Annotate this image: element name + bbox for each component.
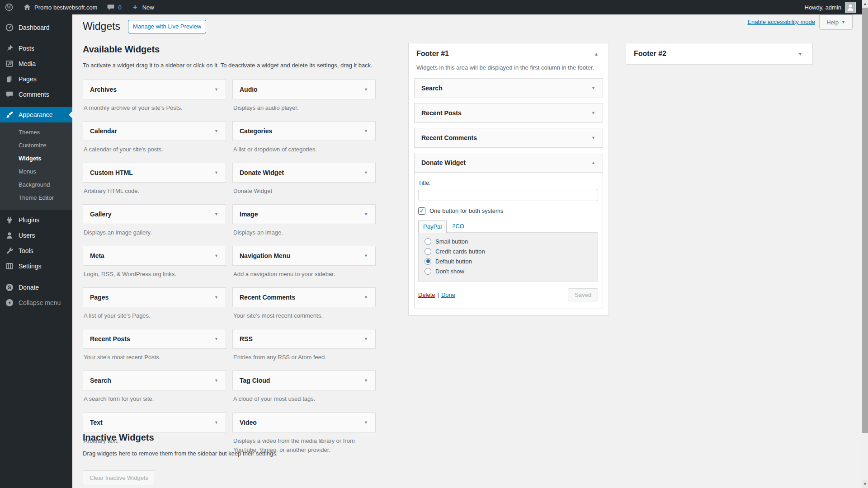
radio-unselected-icon[interactable] xyxy=(425,268,431,275)
donate-title-input[interactable] xyxy=(418,189,598,201)
tab-2co[interactable]: 2CO xyxy=(447,221,469,232)
avatar[interactable] xyxy=(845,2,856,13)
delete-link[interactable]: Delete xyxy=(418,291,435,298)
widget-card-custom-html[interactable]: Custom HTML ▼ xyxy=(83,163,226,183)
radio-unselected-icon[interactable] xyxy=(425,248,431,255)
widget-title: Categories xyxy=(233,127,272,135)
chevron-down-icon[interactable]: ▼ xyxy=(591,111,603,115)
manage-live-preview-button[interactable]: Manage with Live Preview xyxy=(128,20,206,33)
widget-card-gallery[interactable]: Gallery ▼ xyxy=(83,204,226,224)
sidebar-item-users[interactable]: Users xyxy=(0,228,72,243)
chevron-down-icon[interactable]: ▼ xyxy=(214,420,226,425)
chevron-down-icon[interactable]: ▼ xyxy=(364,87,375,92)
available-widget: Donate Widget ▼ Donate Widget xyxy=(232,163,376,199)
option-credit-cards-button[interactable]: Credit cards button xyxy=(425,248,598,255)
footer-2-header[interactable]: Footer #2 ▼ xyxy=(626,43,812,64)
submenu-item-widgets[interactable]: Widgets xyxy=(0,152,72,165)
widget-card-tag-cloud[interactable]: Tag Cloud ▼ xyxy=(232,371,376,390)
chevron-down-icon[interactable]: ▼ xyxy=(591,86,603,90)
chevron-down-icon[interactable]: ▼ xyxy=(364,295,375,300)
chevron-down-icon[interactable]: ▼ xyxy=(214,129,226,133)
chevron-up-icon[interactable]: ▲ xyxy=(594,52,599,56)
submenu-item-customize[interactable]: Customize xyxy=(0,139,72,152)
submenu-item-menus[interactable]: Menus xyxy=(0,165,72,178)
sidebar-item-pages[interactable]: Pages xyxy=(0,71,72,87)
widget-card-categories[interactable]: Categories ▼ xyxy=(232,121,376,141)
scrollbar-up-icon[interactable]: ▲ xyxy=(862,0,868,8)
chevron-down-icon[interactable]: ▼ xyxy=(364,337,375,341)
scrollbar-thumb[interactable] xyxy=(862,8,868,433)
chevron-up-icon[interactable]: ▲ xyxy=(591,160,603,165)
sidebar-item-appearance[interactable]: Appearance xyxy=(0,107,72,122)
submenu-item-background[interactable]: Background xyxy=(0,178,72,191)
chevron-down-icon[interactable]: ▼ xyxy=(214,253,226,258)
chevron-down-icon[interactable]: ▼ xyxy=(214,212,226,216)
chevron-down-icon[interactable]: ▼ xyxy=(591,136,603,140)
chevron-down-icon[interactable]: ▼ xyxy=(364,129,375,133)
sidebar-item-comments[interactable]: Comments xyxy=(0,87,72,102)
chevron-down-icon[interactable]: ▼ xyxy=(214,87,226,92)
checkbox-checked-icon[interactable]: ✓ xyxy=(418,207,425,215)
scrollbar-down-icon[interactable]: ▼ xyxy=(862,480,868,488)
chevron-down-icon[interactable]: ▼ xyxy=(364,420,375,425)
site-name-menu[interactable]: Promo bestwebsoft.com xyxy=(18,0,102,14)
footer-widget-recent-comments[interactable]: Recent Comments ▼ xyxy=(414,128,603,148)
widget-card-image[interactable]: Image ▼ xyxy=(232,204,376,224)
sidebar-item-settings[interactable]: Settings xyxy=(0,258,72,274)
new-menu[interactable]: + New xyxy=(126,0,159,14)
widget-card-donate-widget[interactable]: Donate Widget ▼ xyxy=(232,163,376,183)
widget-card-audio[interactable]: Audio ▼ xyxy=(232,80,376,99)
accessibility-mode-link[interactable]: Enable accessibility mode xyxy=(747,19,815,25)
done-link[interactable]: Done xyxy=(441,291,455,298)
widget-card-recent-comments[interactable]: Recent Comments ▼ xyxy=(232,287,376,307)
sidebar-item-plugins[interactable]: Plugins xyxy=(0,212,72,228)
option-dont-show[interactable]: Don't show xyxy=(425,268,598,275)
sidebar-item-dashboard[interactable]: Dashboard xyxy=(0,20,72,35)
widget-card-search[interactable]: Search ▼ xyxy=(83,371,226,390)
radio-selected-icon[interactable] xyxy=(425,258,431,265)
sidebar-item-collapse-menu[interactable]: Collapse menu xyxy=(0,295,72,310)
one-button-checkbox-row[interactable]: ✓ One button for both systems xyxy=(418,207,598,215)
radio-unselected-icon[interactable] xyxy=(425,238,431,245)
sidebar-item-media[interactable]: Media xyxy=(0,56,72,71)
widget-description: Displays an image. xyxy=(233,228,375,237)
sidebar-item-posts[interactable]: Posts xyxy=(0,41,72,56)
submenu-item-theme-editor[interactable]: Theme Editor xyxy=(0,191,72,204)
chevron-down-icon[interactable]: ▼ xyxy=(214,295,226,300)
widget-card-video[interactable]: Video ▼ xyxy=(232,413,376,432)
chevron-down-icon[interactable]: ▼ xyxy=(214,337,226,341)
chevron-down-icon[interactable]: ▼ xyxy=(364,378,375,383)
footer-widget-recent-posts[interactable]: Recent Posts ▼ xyxy=(414,103,603,123)
option-small-button[interactable]: Small button xyxy=(425,238,598,245)
clear-inactive-widgets-button[interactable]: Clear Inactive Widgets xyxy=(83,470,155,485)
available-widget: Audio ▼ Displays an audio player. xyxy=(232,80,376,116)
chevron-down-icon[interactable]: ▼ xyxy=(364,170,375,175)
widget-card-recent-posts[interactable]: Recent Posts ▼ xyxy=(83,329,226,349)
widget-card-navigation-menu[interactable]: Navigation Menu ▼ xyxy=(232,246,376,266)
footer-widget-search[interactable]: Search ▼ xyxy=(414,78,603,98)
chevron-down-icon[interactable]: ▼ xyxy=(364,212,375,216)
footer-1-header[interactable]: Footer #1 ▲ xyxy=(409,43,609,58)
footer-widget-donate-header[interactable]: Donate Widget ▲ xyxy=(414,153,603,173)
chevron-down-icon[interactable]: ▼ xyxy=(364,253,375,258)
comments-menu[interactable]: 0 xyxy=(102,0,126,14)
widget-card-rss[interactable]: RSS ▼ xyxy=(232,329,376,349)
widget-card-meta[interactable]: Meta ▼ xyxy=(83,246,226,266)
tab-paypal[interactable]: PayPal xyxy=(418,221,447,233)
help-button[interactable]: Help ▼ xyxy=(819,14,853,30)
wordpress-logo-menu[interactable]: W xyxy=(0,0,18,14)
widget-card-pages[interactable]: Pages ▼ xyxy=(83,287,226,307)
chevron-down-icon[interactable]: ▼ xyxy=(214,170,226,175)
widget-card-archives[interactable]: Archives ▼ xyxy=(83,80,226,99)
chevron-down-icon[interactable]: ▼ xyxy=(798,52,802,56)
saved-button[interactable]: Saved xyxy=(568,288,598,301)
submenu-item-themes[interactable]: Themes xyxy=(0,126,72,139)
scrollbar[interactable]: ▲ ▼ xyxy=(862,0,868,488)
chevron-down-icon[interactable]: ▼ xyxy=(214,378,226,383)
option-default-button[interactable]: Default button xyxy=(425,258,598,265)
widget-card-calendar[interactable]: Calendar ▼ xyxy=(83,121,226,141)
sidebar-item-donate[interactable]: S Donate xyxy=(0,280,72,295)
widget-card-text[interactable]: Text ▼ xyxy=(83,413,226,432)
sidebar-item-tools[interactable]: Tools xyxy=(0,243,72,258)
howdy-text[interactable]: Howdy, admin xyxy=(805,4,841,11)
